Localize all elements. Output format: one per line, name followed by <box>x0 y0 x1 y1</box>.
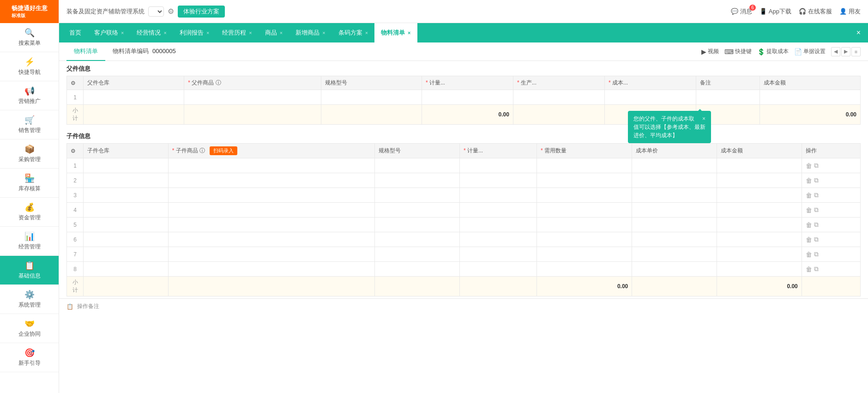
sidebar-item-operation[interactable]: 📊 经营管理 <box>0 227 59 256</box>
child-row-qty-needed[interactable] <box>536 173 632 188</box>
tab-op-status-close[interactable]: × <box>163 30 166 36</box>
sidebar-item-marketing[interactable]: 📢 营销推广 <box>0 81 59 110</box>
prev-arrow[interactable]: ◀ <box>831 47 840 56</box>
next-arrow[interactable]: ▶ <box>841 47 850 56</box>
child-row-quantity[interactable] <box>460 262 537 277</box>
child-row-quantity[interactable] <box>460 188 537 203</box>
child-row-qty-needed[interactable] <box>536 188 632 203</box>
parent-row-warehouse[interactable] <box>84 90 184 105</box>
sidebar-item-finance[interactable]: 💰 资金管理 <box>0 198 59 227</box>
app-download-button[interactable]: 📱 App下载 <box>760 7 791 16</box>
child-row-cost-amount[interactable] <box>717 203 802 218</box>
child-row-spec[interactable] <box>375 188 460 203</box>
delete-icon[interactable]: 🗑 <box>806 162 812 169</box>
delete-icon[interactable]: 🗑 <box>806 206 812 214</box>
system-select[interactable] <box>148 6 164 17</box>
child-row-quantity[interactable] <box>460 203 537 218</box>
tab-home[interactable]: 首页 <box>63 23 88 42</box>
subtab-bom-code[interactable]: 物料清单编码 0000005 <box>105 42 183 61</box>
child-row-product[interactable] <box>168 188 375 203</box>
child-row-qty-needed[interactable] <box>536 247 632 262</box>
shortcut-button[interactable]: ⌨ 快捷键 <box>724 48 752 55</box>
tab-history-close[interactable]: × <box>249 30 252 36</box>
copy-icon[interactable]: ⧉ <box>814 176 819 184</box>
parent-row-product[interactable] <box>184 90 321 105</box>
child-row-quantity[interactable] <box>460 218 537 232</box>
tab-bom[interactable]: 物料清单 × <box>374 23 417 42</box>
parent-row-cost-amount[interactable] <box>760 90 860 105</box>
child-row-product[interactable] <box>168 232 375 247</box>
child-row-spec[interactable] <box>375 218 460 232</box>
child-row-warehouse[interactable] <box>84 218 169 232</box>
child-row-unit-cost[interactable] <box>632 232 717 247</box>
trial-button[interactable]: 体验行业方案 <box>178 6 225 18</box>
child-row-spec[interactable] <box>375 158 460 173</box>
copy-icon[interactable]: ⧉ <box>814 236 819 243</box>
tab-products[interactable]: 商品 × <box>259 23 289 42</box>
sidebar-item-inventory[interactable]: 🏪 库存核算 <box>0 169 59 198</box>
child-row-product[interactable] <box>168 262 375 277</box>
child-row-warehouse[interactable] <box>84 203 169 218</box>
child-row-unit-cost[interactable] <box>632 188 717 203</box>
child-row-quantity[interactable] <box>460 158 537 173</box>
child-row-cost-amount[interactable] <box>717 247 802 262</box>
child-row-quantity[interactable] <box>460 247 537 262</box>
parent-col-gear[interactable]: ⚙ <box>67 76 84 90</box>
child-row-qty-needed[interactable] <box>536 218 632 232</box>
child-col-gear[interactable]: ⚙ <box>67 144 84 158</box>
child-row-spec[interactable] <box>375 262 460 277</box>
sidebar-item-search[interactable]: 🔍 搜索菜单 <box>0 23 59 52</box>
child-row-product[interactable] <box>168 203 375 218</box>
child-row-product[interactable] <box>168 218 375 232</box>
child-row-cost-amount[interactable] <box>717 232 802 247</box>
tooltip-close-button[interactable]: × <box>702 115 705 123</box>
child-row-unit-cost[interactable] <box>632 203 717 218</box>
message-button[interactable]: 💬 6 消息 <box>731 7 752 16</box>
child-row-spec[interactable] <box>375 173 460 188</box>
child-row-cost-amount[interactable] <box>717 218 802 232</box>
child-row-warehouse[interactable] <box>84 173 169 188</box>
child-row-spec[interactable] <box>375 247 460 262</box>
scan-input-button[interactable]: 扫码录入 <box>210 146 237 155</box>
tab-customer-close[interactable]: × <box>121 30 124 36</box>
tab-profit-close[interactable]: × <box>206 30 209 36</box>
child-row-qty-needed[interactable] <box>536 262 632 277</box>
tab-profit-report[interactable]: 利润报告 × <box>173 23 216 42</box>
view-video-button[interactable]: ▶ 视频 <box>701 48 719 55</box>
child-row-warehouse[interactable] <box>84 188 169 203</box>
tab-barcode[interactable]: 条码方案 × <box>332 23 374 42</box>
sidebar-item-basic-info[interactable]: 📋 基础信息 <box>0 256 59 285</box>
copy-icon[interactable]: ⧉ <box>814 162 819 169</box>
sidebar-item-sales[interactable]: 🛒 销售管理 <box>0 110 59 139</box>
sidebar-item-quick-nav[interactable]: ⚡ 快捷导航 <box>0 52 59 81</box>
child-row-warehouse[interactable] <box>84 262 169 277</box>
child-row-product[interactable] <box>168 247 375 262</box>
copy-icon[interactable]: ⧉ <box>814 250 819 258</box>
delete-icon[interactable]: 🗑 <box>806 266 812 273</box>
child-row-spec[interactable] <box>375 232 460 247</box>
child-row-warehouse[interactable] <box>84 232 169 247</box>
tab-products-close[interactable]: × <box>280 30 283 36</box>
child-row-unit-cost[interactable] <box>632 173 717 188</box>
child-row-qty-needed[interactable] <box>536 158 632 173</box>
tab-barcode-close[interactable]: × <box>365 30 368 36</box>
tab-operation-status[interactable]: 经营情况 × <box>130 23 173 42</box>
tab-bom-close[interactable]: × <box>408 30 410 36</box>
sidebar-item-guide[interactable]: 🎯 新手引导 <box>0 343 59 372</box>
child-row-cost-amount[interactable] <box>717 188 802 203</box>
nav-close-all[interactable]: × <box>853 29 864 37</box>
sidebar-item-system[interactable]: ⚙️ 系统管理 <box>0 285 59 314</box>
online-service-button[interactable]: 🎧 在线客服 <box>799 7 832 16</box>
parent-row-production[interactable] <box>513 90 604 105</box>
child-row-unit-cost[interactable] <box>632 218 717 232</box>
single-setting-button[interactable]: 📄 单据设置 <box>794 48 826 55</box>
extract-cost-button[interactable]: 💲 提取成本 <box>757 48 789 55</box>
parent-row-spec[interactable] <box>321 90 422 105</box>
sidebar-item-enterprise[interactable]: 🤝 企业协同 <box>0 314 59 343</box>
delete-icon[interactable]: 🗑 <box>806 251 812 258</box>
copy-icon[interactable]: ⧉ <box>814 206 819 214</box>
settings-icon[interactable]: ⚙ <box>168 7 174 16</box>
tab-add-product-close[interactable]: × <box>322 30 325 36</box>
child-row-unit-cost[interactable] <box>632 262 717 277</box>
delete-icon[interactable]: 🗑 <box>806 192 812 199</box>
